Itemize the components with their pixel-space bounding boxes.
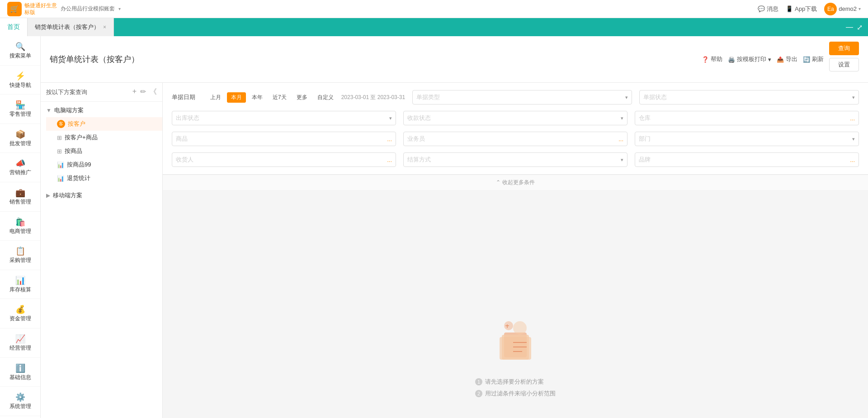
collapse-icon: ⌃: [496, 179, 502, 185]
left-panel-header: 按以下方案查询 + ✏ 《: [41, 83, 162, 102]
tree-item-by-product[interactable]: ⊞ 按商品: [46, 144, 162, 158]
basic-info-icon: ℹ️: [15, 363, 25, 373]
sidebar-item-ecommerce[interactable]: 🛍️ 电商管理: [0, 212, 40, 241]
svg-point-3: [513, 321, 527, 335]
tree-item-by-customer[interactable]: 客 按客户: [46, 117, 162, 131]
settle-method-select[interactable]: 结算方式 ▾: [403, 152, 627, 167]
consignee-select[interactable]: 收货人 ...: [172, 152, 396, 167]
logo-text: 畅捷通好生意 标版: [24, 2, 57, 15]
collapse-bar[interactable]: ⌃ 收起更多条件: [163, 175, 868, 190]
print-btn[interactable]: 🖨️ 按模板打印 ▾: [728, 55, 771, 63]
tab-maximize-btn[interactable]: ⤢: [857, 23, 863, 32]
industry-dropdown-arrow[interactable]: ▾: [118, 6, 121, 11]
empty-tip-2: 2 用过滤条件来缩小分析范围: [475, 390, 556, 398]
ecommerce-icon: 🛍️: [15, 217, 25, 227]
brand-label-text: 品牌: [639, 156, 651, 164]
filter-row-2: 出库状态 ▾ 收款状态 ▾ 仓库 ...: [172, 111, 859, 125]
brand-select[interactable]: 品牌 ...: [635, 152, 859, 167]
tip-num-2: 2: [475, 390, 482, 397]
split-layout: 按以下方案查询 + ✏ 《 ▼ 电脑端方案 客 按: [41, 83, 868, 418]
main-layout: 🔍 搜索菜单 ⚡ 快捷导航 🏪 零售管理 📦 批发管理 📣 营销推广 💼 销售管…: [0, 36, 868, 418]
print-dropdown-arrow: ▾: [768, 56, 771, 63]
page-header: 销货单统计表（按客户） ❓ 帮助 🖨️ 按模板打印 ▾ 📤 导出 🔄 刷新: [41, 36, 868, 83]
tip-text-1: 请先选择要分析的方案: [485, 378, 544, 386]
filter-row-4: 收货人 ... 结算方式 ▾ 品牌 ...: [172, 152, 859, 167]
tab-close-btn[interactable]: ×: [103, 24, 106, 30]
left-panel-edit-btn[interactable]: ✏: [140, 87, 146, 97]
sidebar-item-operations[interactable]: 📈 经营管理: [0, 328, 40, 358]
sidebar-item-search-menu[interactable]: 🔍 搜索菜单: [0, 36, 40, 66]
warehouse-label-text: 仓库: [639, 114, 651, 122]
empty-tips: 1 请先选择要分析的方案 2 用过滤条件来缩小分析范围: [475, 378, 556, 401]
export-icon: 📤: [777, 56, 784, 63]
date-label: 单据日期: [172, 93, 199, 101]
tree-item-by-customer-product[interactable]: ⊞ 按客户+商品: [46, 131, 162, 144]
tree-parent-mobile[interactable]: ▶ 移动端方案: [41, 189, 162, 202]
tab-bar: 首页 销货单统计表（按客户） × — ⤢: [0, 18, 868, 36]
sidebar-item-sales[interactable]: 💼 销售管理: [0, 182, 40, 212]
user-avatar-btn[interactable]: Ea demo2 ▾: [824, 3, 861, 15]
doc-type-select[interactable]: 单据类型 ▾: [412, 90, 632, 104]
date-btn-this-month[interactable]: 本月: [227, 92, 246, 103]
sidebar-item-enterprise[interactable]: 🤝 企业协同: [0, 416, 40, 418]
marketing-icon: 📣: [15, 158, 25, 168]
salesperson-ellipsis: ...: [618, 136, 623, 142]
out-status-label-text: 出库状态: [176, 114, 199, 122]
help-btn[interactable]: ❓ 帮助: [702, 55, 722, 63]
doc-type-arrow: ▾: [625, 95, 628, 100]
tree-item-label-return: 退货统计: [67, 174, 90, 182]
export-btn[interactable]: 📤 导出: [777, 55, 797, 63]
product-label-text: 商品: [176, 135, 188, 143]
settle-method-label-text: 结算方式: [407, 156, 431, 164]
finance-icon: 💰: [15, 304, 25, 314]
sidebar-item-basic-info[interactable]: ℹ️ 基础信息: [0, 358, 40, 387]
message-icon: 💬: [758, 5, 765, 12]
sidebar-item-inventory[interactable]: 📊 库存核算: [0, 270, 40, 299]
query-button[interactable]: 查询: [829, 42, 859, 55]
sales-icon: 💼: [15, 188, 25, 198]
left-panel-collapse-btn[interactable]: 《: [150, 87, 157, 97]
tab-active[interactable]: 销货单统计表（按客户） ×: [28, 18, 114, 36]
left-panel-add-btn[interactable]: +: [132, 87, 137, 97]
refresh-btn[interactable]: 🔄 刷新: [803, 55, 824, 63]
tree-item-label-customer: 按客户: [68, 120, 85, 128]
tree-children-pc: 客 按客户 ⊞ 按客户+商品 ⊞ 按商品 📊: [41, 117, 162, 185]
date-btn-custom[interactable]: 自定义: [313, 92, 338, 103]
product-ellipsis: ...: [387, 136, 392, 142]
sidebar-item-system[interactable]: ⚙️ 系统管理: [0, 387, 40, 416]
sidebar-item-quick-nav[interactable]: ⚡ 快捷导航: [0, 66, 40, 95]
left-panel: 按以下方案查询 + ✏ 《 ▼ 电脑端方案 客 按: [41, 83, 163, 418]
warehouse-select[interactable]: 仓库 ...: [635, 111, 859, 125]
settle-method-arrow: ▾: [621, 157, 623, 163]
print-icon: 🖨️: [728, 56, 735, 63]
page-actions: ❓ 帮助 🖨️ 按模板打印 ▾ 📤 导出 🔄 刷新 查询: [702, 42, 859, 82]
date-btn-last7[interactable]: 近7天: [269, 92, 291, 103]
salesperson-select[interactable]: 业务员 ...: [403, 132, 627, 146]
tab-minimize-btn[interactable]: —: [846, 23, 853, 31]
tip-num-1: 1: [475, 378, 482, 385]
date-btn-this-year[interactable]: 本年: [248, 92, 267, 103]
date-btn-last-month[interactable]: 上月: [206, 92, 225, 103]
sidebar-item-finance[interactable]: 💰 资金管理: [0, 299, 40, 328]
sidebar-item-marketing[interactable]: 📣 营销推广: [0, 153, 40, 182]
sidebar-item-wholesale[interactable]: 📦 批发管理: [0, 124, 40, 153]
doc-status-select[interactable]: 单据状态 ▾: [639, 90, 859, 104]
receipt-status-select[interactable]: 收款状态 ▾: [403, 111, 627, 125]
tree-item-return-stats[interactable]: 📊 退货统计: [46, 171, 162, 185]
tab-home[interactable]: 首页: [0, 18, 28, 36]
tree-parent-pc[interactable]: ▼ 电脑端方案: [41, 104, 162, 117]
dept-select[interactable]: 部门 ▾: [635, 132, 859, 146]
tree-item-by-product99[interactable]: 📊 按商品99: [46, 158, 162, 171]
settings-button[interactable]: 设置: [829, 58, 859, 71]
out-status-select[interactable]: 出库状态 ▾: [172, 111, 396, 125]
industry-label: 办公用品行业模拟账套: [61, 5, 115, 13]
product-select[interactable]: 商品 ...: [172, 132, 396, 146]
sidebar-item-purchase[interactable]: 📋 采购管理: [0, 241, 40, 270]
tree-expand-icon: ▼: [46, 107, 52, 114]
out-status-arrow: ▾: [389, 115, 392, 121]
sidebar-item-retail[interactable]: 🏪 零售管理: [0, 95, 40, 124]
app-download-btn[interactable]: 📱 App下载: [786, 5, 817, 13]
message-btn[interactable]: 💬 消息: [758, 5, 778, 13]
date-btn-more[interactable]: 更多: [292, 92, 311, 103]
tree-item-label-product: 按商品: [65, 147, 82, 155]
